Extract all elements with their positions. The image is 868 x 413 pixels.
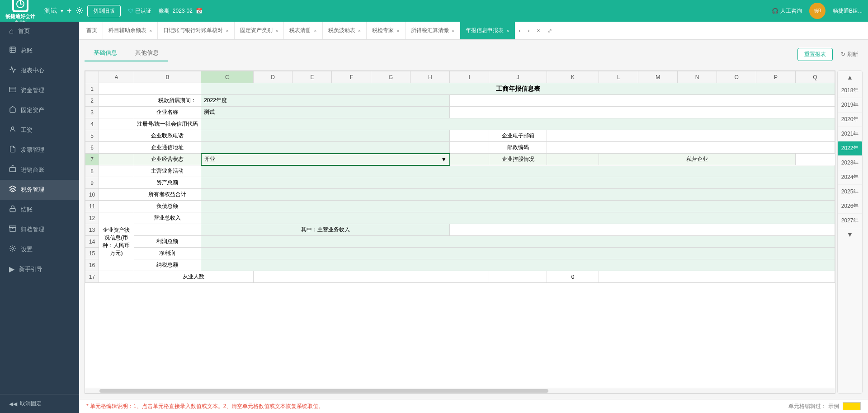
cell-8A[interactable]	[99, 165, 134, 177]
unpin-button[interactable]: ◀◀ 取消固定	[9, 400, 70, 408]
refresh-button[interactable]: ↻ 刷新	[836, 48, 863, 61]
add-tab-icon[interactable]: +	[67, 6, 72, 16]
sidebar-item-home[interactable]: ⌂ 首页	[0, 22, 79, 41]
cell-2B[interactable]: 税款所属期间：	[134, 95, 201, 107]
sub-tab-basic[interactable]: 基础信息	[85, 45, 126, 61]
cell-1-title[interactable]: 工商年报信息表	[201, 83, 835, 95]
year-item-2023[interactable]: 2023年	[838, 156, 862, 170]
cell-4A[interactable]	[99, 118, 134, 130]
cell-6A[interactable]	[99, 142, 134, 154]
tab-close-journal-bank[interactable]: ×	[226, 28, 228, 33]
col-header-M[interactable]: M	[638, 71, 678, 83]
col-header-E[interactable]: E	[292, 71, 332, 83]
sheet-scroll-area[interactable]: A B C D E F G H I J	[85, 71, 835, 388]
tab-annual-report[interactable]: 年报信息申报表 ×	[460, 22, 515, 40]
cell-7B[interactable]: 企业经营状态	[134, 154, 201, 165]
cell-13C[interactable]: 其中：主营业务收入	[201, 224, 450, 236]
cell-10rest[interactable]	[201, 189, 835, 201]
cell-12-13-A[interactable]: 企业资产状况信息(币种：人民币万元)	[99, 212, 134, 271]
col-header-G[interactable]: G	[371, 71, 410, 83]
sidebar-item-capital[interactable]: 资金管理	[0, 80, 79, 100]
cell-3C[interactable]: 测试	[201, 107, 450, 118]
cell-13rest[interactable]	[450, 224, 835, 236]
col-header-K[interactable]: K	[547, 71, 599, 83]
cell-6J[interactable]: 邮政编码	[489, 142, 547, 154]
cell-9rest[interactable]	[201, 177, 835, 189]
tab-next-button[interactable]: ›	[524, 26, 533, 36]
tab-tax-schedule[interactable]: 税表清册 ×	[284, 22, 322, 40]
sidebar-item-ledger[interactable]: 总账	[0, 41, 79, 61]
cell-4B[interactable]: 注册号/统一社会信用代码	[134, 118, 201, 130]
cell-12B[interactable]: 营业总收入	[134, 212, 201, 224]
cell-17J[interactable]	[489, 271, 547, 283]
cell-10B[interactable]: 所有者权益合计	[134, 189, 201, 201]
col-header-A[interactable]: A	[99, 71, 134, 83]
cell-15rest[interactable]	[201, 248, 835, 259]
col-header-B[interactable]: B	[134, 71, 201, 83]
sidebar-item-archive[interactable]: 归档管理	[0, 220, 79, 239]
cell-9B[interactable]: 资产总额	[134, 177, 201, 189]
scrollbar-thumb[interactable]	[99, 389, 548, 393]
cell-9A[interactable]	[99, 177, 134, 189]
ai-consult-button[interactable]: 🎧 人工咨询	[772, 7, 802, 15]
col-header-J[interactable]: J	[489, 71, 547, 83]
cell-5rest[interactable]	[547, 130, 835, 142]
cell-7L[interactable]: 私营企业	[599, 154, 796, 165]
cell-17K[interactable]: 0	[547, 271, 599, 283]
gear-icon[interactable]	[75, 6, 84, 16]
tab-subject-balance[interactable]: 科目辅助余额表 ×	[103, 22, 158, 40]
tab-close-subject-balance[interactable]: ×	[149, 28, 152, 33]
cell-2C[interactable]: 2022年度	[201, 95, 450, 107]
cell-10A[interactable]	[99, 189, 134, 201]
cell-12rest[interactable]	[201, 212, 835, 224]
year-scroll-down-button[interactable]: ▼	[838, 228, 862, 241]
cell-5B[interactable]: 企业联系电话	[134, 130, 201, 142]
cell-1B[interactable]	[134, 83, 201, 95]
year-item-2026[interactable]: 2026年	[838, 199, 862, 214]
col-header-O[interactable]: O	[717, 71, 756, 83]
cell-7I[interactable]	[450, 154, 489, 165]
tab-close-all-button[interactable]: ×	[533, 26, 544, 36]
year-item-2018[interactable]: 2018年	[838, 84, 862, 98]
cell-14rest[interactable]	[201, 236, 835, 248]
cell-17B[interactable]: 从业人数	[134, 271, 253, 283]
year-item-2027[interactable]: 2027年	[838, 214, 862, 228]
sidebar-item-reports[interactable]: 报表中心	[0, 61, 79, 80]
tab-close-fixed-assets[interactable]: ×	[275, 28, 278, 33]
tab-home[interactable]: 首页	[81, 22, 103, 40]
tab-expand-button[interactable]: ⤢	[544, 26, 556, 36]
year-scroll-up-button[interactable]: ▲	[838, 71, 862, 84]
cell-6B[interactable]: 企业通信地址	[134, 142, 201, 154]
tab-close-tax-fluctuation[interactable]: ×	[358, 28, 361, 33]
reset-report-button[interactable]: 重置报表	[797, 48, 833, 61]
year-item-2022[interactable]: 2022年	[838, 141, 862, 156]
tab-tax-fluctuation[interactable]: 税负波动表 ×	[323, 22, 367, 40]
cell-13B[interactable]	[134, 224, 201, 236]
col-header-P[interactable]: P	[756, 71, 796, 83]
cell-1A[interactable]	[99, 83, 134, 95]
cell-7-dropdown[interactable]: 开业 ▼	[201, 154, 450, 165]
cell-4rest[interactable]	[201, 118, 835, 130]
sidebar-item-tax[interactable]: 税务管理	[0, 180, 79, 200]
cell-17D[interactable]	[253, 271, 489, 283]
tab-prev-button[interactable]: ‹	[515, 26, 524, 36]
col-header-L[interactable]: L	[599, 71, 638, 83]
cell-7J[interactable]: 企业控股情况	[489, 154, 547, 165]
cell-8B[interactable]: 主营业务活动	[134, 165, 201, 177]
cell-7A[interactable]	[99, 154, 134, 165]
tab-journal-bank[interactable]: 日记账与银行对账单核对 ×	[158, 22, 234, 40]
tab-close-tax-schedule[interactable]: ×	[314, 28, 316, 33]
cell-14B[interactable]: 利润总额	[134, 236, 201, 248]
col-header-N[interactable]: N	[678, 71, 717, 83]
sidebar-item-assets[interactable]: 固定资产	[0, 100, 79, 120]
tab-chevron-icon[interactable]: ▾	[61, 8, 63, 14]
cell-3A[interactable]	[99, 107, 134, 118]
cell-3B[interactable]: 企业名称	[134, 107, 201, 118]
sidebar-item-stock[interactable]: 进销台账	[0, 160, 79, 180]
year-item-2020[interactable]: 2020年	[838, 113, 862, 127]
cell-5I[interactable]	[450, 130, 489, 142]
sidebar-item-wages[interactable]: 工资	[0, 120, 79, 140]
cell-6I[interactable]	[450, 142, 489, 154]
cell-5J[interactable]: 企业电子邮箱	[489, 130, 547, 142]
year-item-2025[interactable]: 2025年	[838, 185, 862, 199]
